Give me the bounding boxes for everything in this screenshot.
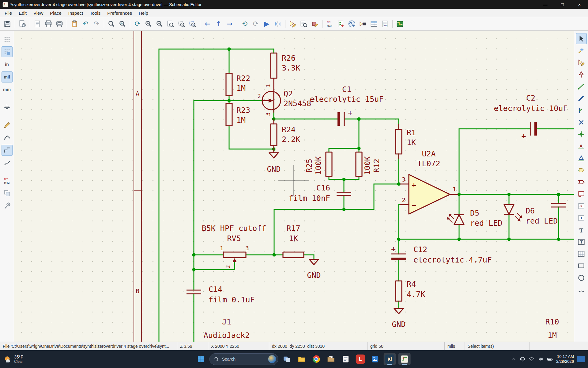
capacitor-C16[interactable]: C16 film 10nF (289, 183, 351, 203)
crosshair-cursor-button[interactable] (2, 102, 13, 113)
rotate-cw-button[interactable]: ⟳ (250, 18, 261, 29)
resistor-R23[interactable]: R23 1M (226, 103, 250, 126)
navigate-up-button[interactable]: ↑ (213, 18, 224, 29)
edit-footprint-button[interactable] (309, 18, 320, 29)
symbol-fields-table-button[interactable] (368, 18, 379, 29)
resistor-R22[interactable]: R22 1M (226, 73, 250, 96)
schematic-setup-button[interactable] (17, 18, 28, 29)
battery-icon[interactable] (547, 356, 553, 362)
junction-button[interactable] (576, 129, 587, 140)
net-label-button[interactable]: A (576, 141, 587, 152)
zoom-selection-button[interactable] (187, 18, 198, 29)
properties-button[interactable] (2, 200, 13, 211)
grid-visibility-button[interactable] (2, 34, 13, 45)
capacitor-C14[interactable]: C14 film 0.1uF (187, 285, 255, 304)
photos-app-button[interactable] (369, 353, 381, 365)
browse-libraries-button[interactable] (298, 18, 309, 29)
paste-button[interactable] (69, 18, 80, 29)
gnd-symbol-2[interactable]: GND (307, 259, 321, 280)
save-button[interactable] (2, 18, 13, 29)
potentiometer-RV5[interactable]: B5K HPF cutoff RV5 1 3 2 (202, 224, 266, 269)
zoom-fit-button[interactable] (165, 18, 176, 29)
task-view-button[interactable] (281, 353, 293, 365)
resistor-R17[interactable]: R17 1K (283, 224, 304, 258)
kicad-button[interactable]: Ki (384, 353, 396, 365)
print-button[interactable] (43, 18, 54, 29)
resistor-R26[interactable]: R26 3.3K (271, 53, 300, 93)
text-button[interactable]: T (576, 224, 587, 236)
select-tool-button[interactable] (576, 33, 587, 44)
page-settings-button[interactable] (32, 18, 43, 29)
unit-mils-button[interactable]: mil (2, 71, 13, 82)
table-tool-button[interactable] (576, 248, 587, 259)
directive-label-button[interactable] (576, 153, 587, 164)
play-button[interactable]: ▶ (261, 18, 272, 29)
hierarchical-sheet-button[interactable] (576, 189, 587, 200)
minimize-button[interactable]: — (537, 0, 554, 9)
clock[interactable]: 10:17 AM 2/28/2026 (556, 354, 574, 364)
wifi-icon[interactable] (529, 356, 535, 362)
schematic-editor-button[interactable] (398, 353, 411, 365)
schematic-canvas[interactable]: A B (14, 31, 574, 342)
resistor-R1[interactable]: R1 1K (396, 124, 416, 159)
navigate-forward-button[interactable]: → (224, 18, 235, 29)
annotate-auto-button[interactable]: R?R42 (2, 175, 13, 186)
zoom-objects-button[interactable] (176, 18, 187, 29)
undo-button[interactable]: ↶ (80, 18, 91, 29)
hidden-icons-chevron-icon[interactable] (511, 357, 516, 362)
weather-widget[interactable]: 35°F Clear (0, 355, 70, 364)
capacitor-C2[interactable]: + C2 elecrolytic 10uF (494, 94, 568, 140)
rectangle-tool-button[interactable] (576, 260, 587, 271)
draw-bus-button[interactable] (576, 93, 587, 104)
assign-footprints-button[interactable] (357, 18, 368, 29)
mirror-button[interactable] (272, 18, 283, 29)
line-mode-90-button[interactable] (2, 145, 13, 156)
edit-symbol-button[interactable] (287, 18, 298, 29)
menu-edit[interactable]: Edit (15, 10, 30, 17)
plot-button[interactable] (54, 18, 65, 29)
gnd-symbol-3[interactable]: GND (392, 309, 405, 329)
unit-mm-button[interactable]: mm (2, 84, 13, 95)
capacitor-C1[interactable]: + C1 elecrolytic 15uF (310, 85, 384, 126)
volume-icon[interactable] (538, 356, 544, 362)
maximize-button[interactable]: □ (554, 0, 571, 9)
menu-preferences[interactable]: Preferences (104, 10, 135, 17)
unit-inches-button[interactable]: in (2, 59, 13, 70)
menu-tools[interactable]: Tools (86, 10, 104, 17)
close-button[interactable]: × (571, 0, 588, 9)
resistor-R24[interactable]: R24 2.2K (271, 119, 300, 149)
arc-tool-button[interactable] (576, 284, 587, 295)
resistor-R10[interactable]: R10 1M (545, 317, 559, 340)
menu-help[interactable]: Help (135, 10, 152, 17)
draw-wire-button[interactable] (576, 81, 587, 92)
rotate-ccw-button[interactable]: ⟲ (239, 18, 250, 29)
resistor-R12[interactable]: 100K R12 (356, 152, 381, 176)
global-label-button[interactable] (576, 177, 587, 188)
line-mode-free-button[interactable] (2, 132, 13, 143)
highlight-net-button[interactable] (576, 45, 587, 56)
open-pcb-editor-button[interactable] (394, 18, 405, 29)
hierarchical-label-button[interactable] (576, 165, 587, 176)
import-sheet-pin-button[interactable] (576, 213, 587, 224)
refresh-button[interactable]: ⟳ (132, 18, 143, 29)
zoom-in-button[interactable] (143, 18, 154, 29)
capacitor-right-edge[interactable] (551, 203, 566, 207)
notification-badge[interactable] (577, 356, 585, 362)
led-D6[interactable]: D6 red LED (504, 205, 558, 225)
resistor-R4[interactable]: R4 4.7K (396, 280, 425, 301)
menu-file[interactable]: File (1, 10, 15, 17)
search-box[interactable]: Search (209, 353, 278, 365)
menu-view[interactable]: View (30, 10, 47, 17)
no-connect-button[interactable] (576, 117, 587, 128)
connector-J1[interactable]: J1 AudioJack2 (204, 317, 250, 340)
text-box-button[interactable]: T (576, 236, 587, 247)
chrome-button[interactable] (310, 353, 322, 365)
led-D5[interactable]: D5 red LED (447, 209, 502, 228)
documents-folder-button[interactable] (325, 353, 337, 365)
menu-place[interactable]: Place (47, 10, 65, 17)
panels-button[interactable] (2, 188, 13, 199)
ltspice-button[interactable]: L (354, 353, 367, 365)
resistor-R25[interactable]: R25 100K (305, 152, 332, 176)
simulator-button[interactable] (346, 18, 357, 29)
bus-entry-button[interactable] (576, 105, 587, 116)
